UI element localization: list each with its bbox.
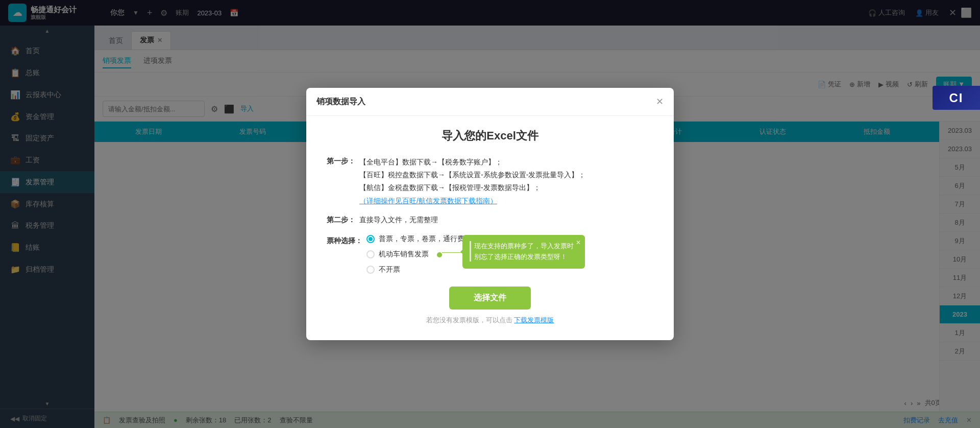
ci-badge: CI — [933, 86, 980, 110]
step1-label: 第一步： — [327, 156, 355, 166]
radio-option-1[interactable]: 机动车销售发票 ✕ 现在支持的票种多了，导入发票时别忘了选择正确的发票类型呀！ — [366, 250, 536, 259]
tooltip-close-button[interactable]: ✕ — [576, 238, 581, 248]
step1-line1: 【全电平台】数据下载→【税务数字账户】； — [359, 156, 585, 169]
tooltip-bar-decoration — [470, 241, 471, 261]
ticket-label: 票种选择： — [327, 234, 362, 246]
radio-label-1: 机动车销售发票 — [379, 250, 429, 259]
tooltip-text: 现在支持的票种多了，导入发票时别忘了选择正确的发票类型呀！ — [474, 242, 574, 260]
ticket-select-row: 票种选择： 普票，专票，卷票，通行费发票，农产品销售发票 机动车销售发票 — [327, 234, 653, 274]
step1-row: 第一步： 【全电平台】数据下载→【税务数字账户】； 【百旺】税控盘数据下载→【系… — [327, 156, 653, 207]
download-tip-prefix: 若您没有发票模版，可以点击 — [426, 316, 512, 324]
tooltip-bubble: ✕ 现在支持的票种多了，导入发票时别忘了选择正确的发票类型呀！ — [462, 235, 585, 269]
step1-line2: 【百旺】税控盘数据下载→【系统设置-系统参数设置-发票批量导入】； — [359, 169, 585, 181]
step2-content: 直接导入文件，无需整理 — [359, 213, 438, 226]
download-template-link[interactable]: 下载发票模版 — [514, 316, 554, 324]
import-modal: 销项数据导入 ✕ 导入您的Excel文件 第一步： 【全电平台】数据下载→【税务… — [306, 88, 674, 340]
modal-main-title: 导入您的Excel文件 — [327, 128, 653, 144]
radio-circle-1 — [366, 250, 375, 258]
radio-label-2: 不开票 — [379, 265, 400, 274]
radio-group: 普票，专票，卷票，通行费发票，农产品销售发票 机动车销售发票 ✕ — [366, 234, 536, 274]
modal-close-button[interactable]: ✕ — [656, 96, 664, 107]
step1-guide-link[interactable]: （详细操作见百旺/航信发票数据下载指南） — [359, 197, 497, 205]
tooltip-dot-indicator — [437, 252, 442, 257]
step1-line3: 【航信】金税盘数据下载→【报税管理-发票数据导出】； — [359, 181, 585, 194]
download-tip: 若您没有发票模版，可以点击 下载发票模版 — [327, 316, 653, 325]
modal-title: 销项数据导入 — [316, 97, 365, 107]
radio-circle-2 — [366, 266, 375, 274]
radio-circle-0 — [366, 235, 375, 243]
step1-content: 【全电平台】数据下载→【税务数字账户】； 【百旺】税控盘数据下载→【系统设置-系… — [359, 156, 585, 207]
modal-body: 导入您的Excel文件 第一步： 【全电平台】数据下载→【税务数字账户】； 【百… — [306, 116, 674, 340]
step2-label: 第二步： — [327, 215, 355, 225]
step2-row: 第二步： 直接导入文件，无需整理 — [327, 213, 653, 226]
modal-header: 销项数据导入 ✕ — [306, 88, 674, 116]
select-file-button[interactable]: 选择文件 — [449, 287, 531, 310]
